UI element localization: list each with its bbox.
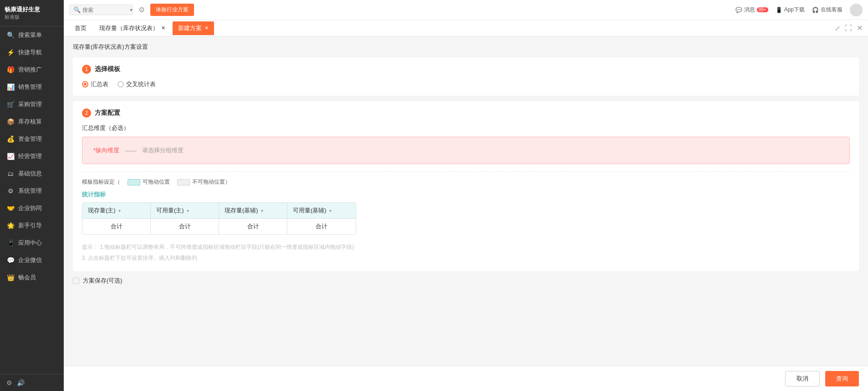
stats-header-cell-3[interactable]: 可用量(基辅) ▾ [287, 203, 356, 218]
topbar: 🔍 ▾ ⚙ 体验行业方案 💬 消息 99+ 📱 App下载 🎧 在线客服 [64, 0, 868, 20]
operations-icon: 📈 [6, 152, 15, 160]
tab-new-plan-close[interactable]: ✕ [204, 25, 209, 31]
tab-inventory[interactable]: 现存量（库存状况表） ✕ [94, 21, 171, 35]
radio-dot-cross [117, 81, 124, 87]
tip-line2: 2. 点击标题栏下拉可设置排序、插入列和删除列 [82, 253, 850, 263]
sidebar-item-label: 搜索菜单 [18, 31, 42, 39]
step2-card: 2 方案配置 汇总维度（必选） *纵向维度 —— 请选择分组维度 模板指标设定（ [73, 101, 859, 271]
stats-header-cell-2[interactable]: 现存量(基辅) ▾ [219, 203, 287, 218]
wechat-icon: 💬 [6, 256, 15, 264]
sidebar-item-guide[interactable]: 🌟 新手引导 [0, 217, 64, 234]
radio-cross-table[interactable]: 交叉统计表 [117, 80, 156, 88]
user-avatar[interactable] [850, 4, 863, 16]
topbar-gear-icon[interactable]: ⚙ [138, 5, 145, 14]
trial-btn[interactable]: 体验行业方案 [150, 4, 194, 16]
sidebar-item-basic-info[interactable]: 🗂 基础信息 [0, 165, 64, 182]
indicator-settings-label: 模板指标设定（ [82, 178, 120, 186]
dimension-separator: —— [125, 147, 137, 154]
sidebar-item-label: 采购管理 [18, 100, 42, 108]
sidebar-item-label: 企业微信 [18, 256, 42, 264]
draggable-label: 可拖动位置 [143, 178, 170, 186]
sidebar-item-system[interactable]: ⚙ 系统管理 [0, 182, 64, 200]
step2-title: 方案配置 [95, 109, 120, 117]
tip-title: 提示： 1.拖动标题栏可以调整布局，不可跨维度或指标区域拖动栏目字段(只能在同一… [82, 242, 850, 252]
chevron-down-icon-2[interactable]: ▾ [261, 208, 263, 213]
guide-icon: 🌟 [6, 221, 15, 230]
tab-window-close-icon[interactable]: ✕ [857, 24, 863, 32]
sidebar-item-purchase[interactable]: 🛒 采购管理 [0, 96, 64, 113]
summary-dimension-label: 汇总维度（必选） [82, 124, 850, 132]
indicator-legend: 模板指标设定（ 可拖动位置 不可拖动位置） [82, 178, 850, 186]
page-title: 现存量(库存状况表)方案设置 [73, 43, 859, 51]
cancel-button[interactable]: 取消 [785, 371, 820, 386]
legend-non-draggable: 不可拖动位置） [177, 178, 230, 186]
appstore-icon: 📱 [6, 239, 15, 247]
sidebar-item-members[interactable]: 👑 畅会员 [0, 269, 64, 286]
app-name: 畅康通好生意 [5, 5, 59, 14]
inventory-icon: 📦 [6, 118, 15, 126]
service-icon: 🎧 [812, 7, 819, 13]
sidebar-item-inventory[interactable]: 📦 库存核算 [0, 113, 64, 130]
radio-dot-summary [82, 81, 88, 87]
chevron-down-icon-1[interactable]: ▾ [187, 208, 189, 213]
tab-new-plan[interactable]: 新建方案 ✕ [173, 21, 214, 35]
sidebar-menu: 🔍 搜索菜单 ⚡ 快捷导航 🎁 营销推广 📊 销售管理 🛒 采购管理 📦 库存核… [0, 26, 64, 374]
marketing-icon: 🎁 [6, 66, 15, 74]
tab-home[interactable]: 首页 [69, 21, 92, 35]
chevron-down-icon-0[interactable]: ▾ [118, 208, 121, 213]
non-draggable-legend-box [177, 179, 190, 185]
volume-bottom-btn[interactable]: 🔊 [17, 379, 25, 386]
tab-expand-icon[interactable]: ⤢ [835, 25, 840, 32]
search-input[interactable] [82, 7, 128, 13]
settings-bottom-btn[interactable]: ⚙ [6, 379, 12, 386]
sidebar-item-label: 库存核算 [18, 118, 42, 126]
tab-fullscreen-icon[interactable]: ⛶ [845, 24, 852, 32]
sales-icon: 📊 [6, 83, 15, 91]
query-button[interactable]: 查询 [825, 371, 859, 386]
search-icon: 🔍 [73, 6, 81, 13]
dimension-box: *纵向维度 —— 请选择分组维度 [82, 137, 850, 164]
save-checkbox[interactable] [73, 278, 79, 284]
stats-data-cell-3: 合计 [287, 219, 356, 234]
message-btn[interactable]: 💬 消息 99+ [735, 6, 768, 14]
basic-info-icon: 🗂 [6, 170, 15, 178]
sidebar-item-finance[interactable]: 💰 资金管理 [0, 130, 64, 148]
sidebar-item-label: 新手引导 [18, 221, 42, 230]
save-label: 方案保存(可选) [83, 277, 123, 285]
chevron-down-icon-3[interactable]: ▾ [329, 208, 332, 213]
sidebar-item-label: 资金管理 [18, 135, 42, 143]
draggable-legend-box [128, 179, 140, 185]
stats-data-row: 合计 合计 合计 合计 [82, 219, 356, 234]
sidebar-bottom: ⚙ 🔊 [0, 374, 64, 391]
search-icon: 🔍 [6, 31, 15, 39]
stats-header-cell-1[interactable]: 可用量(主) ▾ [151, 203, 219, 218]
sidebar-item-appstore[interactable]: 📱 应用中心 [0, 234, 64, 252]
message-label: 消息 [744, 6, 755, 14]
system-icon: ⚙ [6, 187, 15, 195]
sidebar-item-sales[interactable]: 📊 销售管理 [0, 78, 64, 96]
stats-data-cell-0: 合计 [82, 219, 151, 234]
sidebar-item-quicknav[interactable]: ⚡ 快捷导航 [0, 44, 64, 61]
sidebar-item-label: 企业协同 [18, 204, 42, 212]
app-download-btn[interactable]: 📱 App下载 [776, 6, 805, 14]
footer-bar: 取消 查询 [64, 366, 868, 391]
step1-label: 1 选择模板 [82, 65, 850, 74]
online-service-btn[interactable]: 🎧 在线客服 [812, 6, 842, 14]
message-badge: 99+ [757, 7, 768, 12]
sidebar-item-marketing[interactable]: 🎁 营销推广 [0, 61, 64, 78]
step1-num: 1 [82, 65, 91, 74]
non-draggable-label: 不可拖动位置） [192, 178, 230, 186]
app-download-label: App下载 [784, 6, 805, 14]
search-dropdown-icon[interactable]: ▾ [130, 7, 133, 13]
finance-icon: 💰 [6, 135, 15, 143]
sidebar-item-wechat-work[interactable]: 💬 企业微信 [0, 252, 64, 269]
sidebar-item-label: 营销推广 [18, 66, 42, 74]
tab-inventory-close[interactable]: ✕ [161, 25, 165, 31]
sidebar-item-operations[interactable]: 📈 经营管理 [0, 148, 64, 165]
sidebar-item-enterprise-collab[interactable]: 🤝 企业协同 [0, 200, 64, 217]
stats-header-cell-0[interactable]: 现存量(主) ▾ [82, 203, 151, 218]
topbar-search-box[interactable]: 🔍 ▾ [69, 5, 133, 15]
sidebar-item-label: 快捷导航 [18, 48, 42, 57]
radio-summary-table[interactable]: 汇总表 [82, 80, 108, 88]
sidebar-item-search[interactable]: 🔍 搜索菜单 [0, 26, 64, 44]
